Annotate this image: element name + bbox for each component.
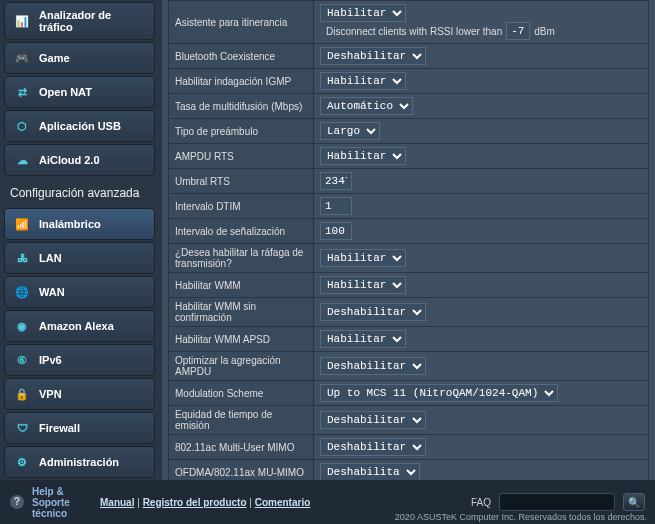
- sidebar-item-wireless[interactable]: 📶 Inalámbrico: [4, 208, 155, 240]
- label-airtime: Equidad de tiempo de emisión: [169, 406, 314, 435]
- wifi-icon: 📶: [13, 215, 31, 233]
- globe-icon: 🌐: [13, 283, 31, 301]
- sidebar-label: Inalámbrico: [39, 218, 146, 230]
- rts-input[interactable]: [320, 172, 352, 190]
- label-igmp: Habilitar indagación IGMP: [169, 69, 314, 94]
- roaming-threshold-text: Disconnect clients with RSSI lower than: [326, 26, 502, 37]
- help-icon[interactable]: ?: [10, 495, 24, 509]
- wmm-noack-select[interactable]: Deshabilitar: [320, 303, 426, 321]
- search-icon: 🔍: [628, 497, 640, 508]
- label-wmm-apsd: Habilitar WMM APSD: [169, 327, 314, 352]
- mu-mimo-select[interactable]: Deshabilitar: [320, 438, 426, 456]
- label-mu-mimo: 802.11ac Multi-User MIMO: [169, 435, 314, 460]
- lan-icon: 🖧: [13, 249, 31, 267]
- gamepad-icon: 🎮: [13, 49, 31, 67]
- ipv6-icon: ⑥: [13, 351, 31, 369]
- label-rts: Umbral RTS: [169, 169, 314, 194]
- sidebar-label: AiCloud 2.0: [39, 154, 146, 166]
- faq-search-input[interactable]: [499, 493, 615, 511]
- label-modulation: Modulation Scheme: [169, 381, 314, 406]
- igmp-select[interactable]: Habilitar: [320, 72, 406, 90]
- beacon-input[interactable]: [320, 222, 352, 240]
- sidebar-item-traffic-analyzer[interactable]: 📊 Analizador de tráfico: [4, 2, 155, 40]
- label-wmm-noack: Habilitar WMM sin confirmación: [169, 298, 314, 327]
- modulation-select[interactable]: Up to MCS 11 (NitroQAM/1024-QAM): [320, 384, 558, 402]
- admin-icon: ⚙: [13, 453, 31, 471]
- chart-icon: 📊: [13, 12, 31, 30]
- label-preamble: Tipo de preámbulo: [169, 119, 314, 144]
- dbm-unit: dBm: [534, 26, 555, 37]
- manual-link[interactable]: Manual: [100, 497, 134, 508]
- label-ampdu-rts: AMPDU RTS: [169, 144, 314, 169]
- sidebar-item-ipv6[interactable]: ⑥ IPv6: [4, 344, 155, 376]
- sidebar-item-firewall[interactable]: 🛡 Firewall: [4, 412, 155, 444]
- mcast-select[interactable]: Automático: [320, 97, 413, 115]
- label-bt-coex: Bluetooth Coexistence: [169, 44, 314, 69]
- sidebar-item-admin[interactable]: ⚙ Administración: [4, 446, 155, 478]
- sidebar-label: VPN: [39, 388, 146, 400]
- label-txburst: ¿Desea habilitar la ráfaga de transmisió…: [169, 244, 314, 273]
- firewall-icon: 🛡: [13, 419, 31, 437]
- sidebar-label: Open NAT: [39, 86, 146, 98]
- usb-icon: ⬡: [13, 117, 31, 135]
- label-beacon: Intervalo de señalización: [169, 219, 314, 244]
- sidebar-item-open-nat[interactable]: ⇄ Open NAT: [4, 76, 155, 108]
- label-wmm: Habilitar WMM: [169, 273, 314, 298]
- nat-icon: ⇄: [13, 83, 31, 101]
- faq-search-button[interactable]: 🔍: [623, 493, 645, 511]
- roaming-assist-select[interactable]: Habilitar: [320, 4, 406, 22]
- sidebar-label: Amazon Alexa: [39, 320, 146, 332]
- sidebar: 📊 Analizador de tráfico 🎮 Game ⇄ Open NA…: [0, 0, 162, 524]
- wmm-apsd-select[interactable]: Habilitar: [320, 330, 406, 348]
- label-mcast: Tasa de multidifusión (Mbps): [169, 94, 314, 119]
- wmm-select[interactable]: Habilitar: [320, 276, 406, 294]
- sidebar-item-alexa[interactable]: ◉ Amazon Alexa: [4, 310, 155, 342]
- label-roaming-assist: Asistente para itinerancia: [169, 1, 314, 44]
- sidebar-item-usb-app[interactable]: ⬡ Aplicación USB: [4, 110, 155, 142]
- sidebar-label: Administración: [39, 456, 146, 468]
- bt-coex-select[interactable]: Deshabilitar: [320, 47, 426, 65]
- feedback-link[interactable]: Comentario: [255, 497, 311, 508]
- preamble-select[interactable]: Largo: [320, 122, 380, 140]
- rssi-threshold-input[interactable]: [506, 22, 530, 40]
- label-ampdu-opt: Optimizar la agregación AMPDU: [169, 352, 314, 381]
- sidebar-label: LAN: [39, 252, 146, 264]
- sidebar-label: IPv6: [39, 354, 146, 366]
- copyright-text: 2020 ASUSTeK Computer Inc. Reservados to…: [395, 512, 647, 522]
- label-dtim: Intervalo DTIM: [169, 194, 314, 219]
- sidebar-label: WAN: [39, 286, 146, 298]
- sidebar-label: Game: [39, 52, 146, 64]
- sidebar-item-wan[interactable]: 🌐 WAN: [4, 276, 155, 308]
- txburst-select[interactable]: Habilitar: [320, 249, 406, 267]
- main-panel: Asistente para itinerancia Habilitar Dis…: [162, 0, 655, 480]
- cloud-icon: ☁: [13, 151, 31, 169]
- airtime-select[interactable]: Deshabilitar: [320, 411, 426, 429]
- sidebar-label: Analizador de tráfico: [39, 9, 146, 33]
- alexa-icon: ◉: [13, 317, 31, 335]
- faq-label: FAQ: [471, 497, 491, 508]
- product-reg-link[interactable]: Registro del producto: [143, 497, 247, 508]
- help-support-link[interactable]: Help & Soporte técnico: [32, 486, 92, 519]
- sidebar-item-aicloud[interactable]: ☁ AiCloud 2.0: [4, 144, 155, 176]
- ampdu-opt-select[interactable]: Deshabilitar: [320, 357, 426, 375]
- sidebar-item-game[interactable]: 🎮 Game: [4, 42, 155, 74]
- advanced-header: Configuración avanzada: [0, 178, 159, 206]
- dtim-input[interactable]: [320, 197, 352, 215]
- sidebar-item-vpn[interactable]: 🔒 VPN: [4, 378, 155, 410]
- sidebar-label: Aplicación USB: [39, 120, 146, 132]
- sidebar-label: Firewall: [39, 422, 146, 434]
- sidebar-item-lan[interactable]: 🖧 LAN: [4, 242, 155, 274]
- label-ofdma: OFDMA/802.11ax MU-MIMO: [169, 460, 314, 481]
- ofdma-select[interactable]: Deshabilitar: [320, 463, 420, 480]
- ampdu-rts-select[interactable]: Habilitar: [320, 147, 406, 165]
- vpn-icon: 🔒: [13, 385, 31, 403]
- settings-table: Asistente para itinerancia Habilitar Dis…: [168, 0, 649, 480]
